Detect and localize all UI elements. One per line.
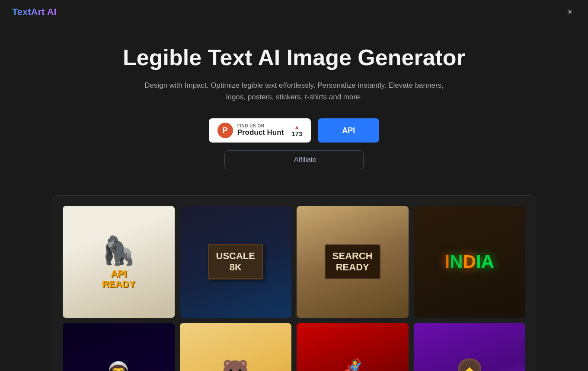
ph-name-label: Product Hunt bbox=[237, 128, 284, 137]
gallery-item[interactable]: 🦸 WE WANT! bbox=[297, 323, 409, 371]
ph-find-us-label: FIND US ON bbox=[237, 124, 265, 128]
affiliate-row: Affiliate bbox=[9, 150, 579, 169]
bear-emoji: 🐻 bbox=[221, 358, 249, 371]
cta-row: P FIND US ON Product Hunt ▲ 173 API bbox=[9, 118, 579, 143]
theme-toggle-button[interactable]: ☀ bbox=[564, 6, 576, 18]
gallery-item[interactable]: 👧 VOTE bbox=[414, 323, 526, 371]
gallery-item[interactable]: 👨‍🚀 I NEED MORE bbox=[63, 323, 175, 371]
sun-icon: ☀ bbox=[566, 7, 573, 17]
ph-upvote-arrow: ▲ bbox=[294, 124, 300, 130]
hero-subtitle: Design with Impact. Optimize legible tex… bbox=[143, 79, 445, 103]
gallery-item[interactable]: 🐻 STAY COOL bbox=[180, 323, 292, 371]
uscale-sign: USCALE8K bbox=[208, 244, 263, 279]
api-button[interactable]: API bbox=[318, 118, 379, 143]
cartoon-girl-emoji: 👧 bbox=[454, 358, 485, 371]
ph-votes: ▲ 173 bbox=[291, 124, 302, 137]
gallery-grid: 🦍 APIREADY USCALE8K SEARCHREADY INDIA 👨‍… bbox=[63, 206, 525, 371]
app-logo[interactable]: TextArt AI bbox=[12, 6, 57, 18]
product-hunt-text: FIND US ON Product Hunt bbox=[237, 124, 284, 137]
search-ready-sign: SEARCHREADY bbox=[325, 244, 380, 279]
header: TextArt AI ☀ bbox=[0, 0, 588, 24]
ph-vote-count: 173 bbox=[291, 130, 302, 137]
gallery-item[interactable]: 🦍 APIREADY bbox=[63, 206, 175, 318]
gallery-item[interactable]: USCALE8K bbox=[180, 206, 292, 318]
india-text: INDIA bbox=[445, 251, 494, 272]
space-emoji: 👨‍🚀 bbox=[105, 361, 131, 371]
product-hunt-icon: P bbox=[217, 123, 233, 138]
gallery-item[interactable]: SEARCHREADY bbox=[297, 206, 409, 318]
gallery-item[interactable]: INDIA bbox=[414, 206, 526, 318]
affiliate-button[interactable]: Affiliate bbox=[224, 150, 364, 169]
deadpool-emoji: 🦸 bbox=[339, 358, 367, 371]
hero-title: Legible Text AI Image Generator bbox=[9, 45, 579, 71]
product-hunt-button[interactable]: P FIND US ON Product Hunt ▲ 173 bbox=[209, 118, 311, 143]
gallery-container: 🦍 APIREADY USCALE8K SEARCHREADY INDIA 👨‍… bbox=[52, 195, 536, 371]
hero-section: Legible Text AI Image Generator Design w… bbox=[0, 24, 588, 195]
